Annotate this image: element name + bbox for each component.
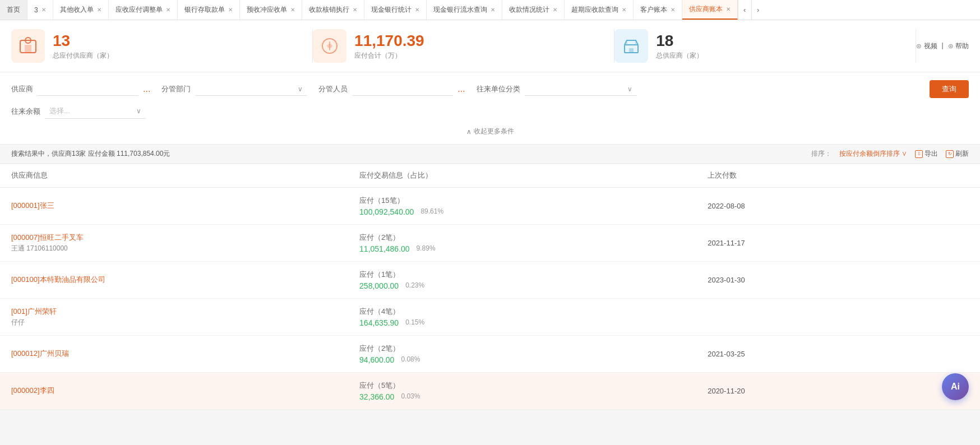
sort-value[interactable]: 按应付余额倒序排序 ∨ — [839, 149, 907, 159]
amount-1[interactable]: 11,051,486.00 — [359, 244, 410, 253]
video-link[interactable]: ⊙ 视频 — [916, 41, 937, 51]
nav-tab-prepay[interactable]: 预收冲应收单 ✕ — [240, 0, 302, 20]
supplier-link-2[interactable]: [000100]本特勤油品有限公司 — [11, 275, 359, 285]
supplier-sub-1: 王通 17106110000 — [11, 244, 359, 253]
results-bar: 搜索结果中，供应商13家 应付金额 111,703,854.00元 排序： 按应… — [0, 145, 980, 164]
supplier-info-2: [000100]本特勤油品有限公司 — [11, 275, 359, 286]
refresh-icon: ↻ — [946, 150, 954, 158]
filter-area: 供应商 ... 分管部门 ∨ 分管人员 ... 往来单位分类 ∨ 查询 往来 — [0, 72, 980, 145]
last-pay-4: 2021-03-25 — [708, 350, 969, 358]
link-divider: | — [942, 41, 944, 49]
nav-tab-ar-ap-adjust[interactable]: 应收应付调整单 ✕ — [109, 0, 178, 20]
nav-tab-cash-stats-close[interactable]: ✕ — [415, 7, 419, 13]
nav-tab-cash-flow-label: 现金银行流水查询 — [433, 5, 487, 15]
balance-chevron-down-icon: ∨ — [136, 107, 141, 115]
amount-0[interactable]: 100,092,540.00 — [359, 207, 414, 216]
nav-tab-payment-exec-close[interactable]: ✕ — [353, 7, 357, 13]
nav-tab-home-label: 首页 — [7, 5, 20, 15]
nav-tab-cash-flow[interactable]: 现金银行流水查询 ✕ — [427, 0, 502, 20]
nav-tab-bank-deposit[interactable]: 银行存取款单 ✕ — [178, 0, 240, 20]
export-button[interactable]: ⇩ 导出 — [915, 149, 938, 159]
supplier-filter-dots[interactable]: ... — [143, 84, 150, 94]
store-icon — [614, 29, 648, 63]
person-filter-label: 分管人员 — [318, 84, 348, 94]
supplier-link-4[interactable]: [000012]广州贝瑞 — [11, 349, 359, 359]
nav-tab-supplier-ledger[interactable]: 供应商账本 ✕ — [682, 0, 738, 20]
supplier-info-3: [001]广州荣轩 仔仔 — [11, 307, 359, 327]
nav-tab-payment-stats-label: 收款情况统计 — [509, 5, 549, 15]
nav-tab-other-income[interactable]: 其他收入单 ✕ — [53, 0, 109, 20]
nav-prev-arrow[interactable]: ‹ — [738, 0, 751, 20]
transaction-info-0: 应付（15笔） 100,092,540.00 89.61% — [359, 196, 708, 216]
payable-suppliers-count: 13 — [53, 31, 113, 50]
nav-tab-overdue[interactable]: 超期应收款查询 ✕ — [565, 0, 634, 20]
nav-tab-overdue-label: 超期应收款查询 — [571, 5, 618, 15]
person-filter-dots[interactable]: ... — [457, 84, 465, 94]
amount-3[interactable]: 164,635.90 — [359, 318, 399, 327]
person-filter-input[interactable] — [352, 82, 453, 96]
filter-person: 分管人员 ... — [318, 82, 465, 96]
query-button[interactable]: 查询 — [930, 80, 969, 98]
filter-balance: 往来余额 选择... ∨ — [11, 104, 146, 119]
nav-tab-3-close[interactable]: ✕ — [41, 7, 46, 13]
nav-tab-payment-stats-close[interactable]: ✕ — [553, 7, 557, 13]
dept-filter-select[interactable]: ∨ — [195, 83, 307, 96]
amount-4[interactable]: 94,600.00 — [359, 355, 394, 364]
nav-tab-cash-flow-close[interactable]: ✕ — [491, 7, 495, 13]
table-row: [000007]恒旺二手叉车 王通 17106110000 应付（2笔） 11,… — [0, 225, 980, 262]
category-filter-select[interactable]: ∨ — [525, 83, 637, 96]
results-info: 搜索结果中，供应商13家 应付金额 111,703,854.00元 — [11, 149, 170, 159]
help-link[interactable]: ⊙ 帮助 — [948, 41, 969, 51]
nav-next-arrow[interactable]: › — [751, 0, 765, 20]
supplier-link-1[interactable]: [000007]恒旺二手叉车 — [11, 233, 359, 243]
refresh-label: 刷新 — [955, 149, 969, 159]
nav-tab-payment-exec[interactable]: 收款核销执行 ✕ — [302, 0, 364, 20]
filter-category: 往来单位分类 ∨ — [477, 83, 637, 96]
summary-card-total-suppliers: 18 总供应商（家） — [614, 29, 916, 63]
supplier-info-0: [000001]张三 — [11, 201, 359, 212]
percentage-3: 0.15% — [405, 318, 424, 326]
nav-tab-customer-ledger[interactable]: 客户账本 ✕ — [634, 0, 682, 20]
table-row: [000001]张三 应付（15笔） 100,092,540.00 89.61%… — [0, 188, 980, 225]
supplier-link-3[interactable]: [001]广州荣轩 — [11, 307, 359, 317]
transaction-info-4: 应付（2笔） 94,600.00 0.08% — [359, 344, 708, 364]
filter-row-1: 供应商 ... 分管部门 ∨ 分管人员 ... 往来单位分类 ∨ 查询 — [11, 80, 969, 98]
export-label: 导出 — [924, 149, 938, 159]
balance-filter-select[interactable]: 选择... ∨ — [45, 104, 146, 119]
sort-value-text: 按应付余额倒序排序 — [839, 150, 900, 157]
nav-tab-other-income-close[interactable]: ✕ — [97, 7, 101, 13]
nav-tab-3[interactable]: 3 ✕ — [27, 0, 53, 20]
nav-tab-supplier-ledger-close[interactable]: ✕ — [726, 6, 731, 12]
nav-tab-supplier-ledger-label: 供应商账本 — [689, 4, 723, 14]
nav-tab-bank-deposit-label: 银行存取款单 — [184, 5, 225, 15]
nav-tab-customer-ledger-close[interactable]: ✕ — [671, 7, 675, 13]
nav-tab-cash-stats[interactable]: 现金银行统计 ✕ — [364, 0, 427, 20]
nav-tab-prepay-close[interactable]: ✕ — [290, 7, 295, 13]
collapse-button[interactable]: ∧ 收起更多条件 — [11, 124, 969, 138]
payable-label-0: 应付（15笔） — [359, 196, 708, 206]
summary-card-total-payable: 11,170.39 应付合计（万） — [313, 29, 614, 63]
amount-5[interactable]: 32,366.00 — [359, 392, 394, 401]
ai-assistant-button[interactable]: Ai — [942, 373, 969, 400]
last-pay-5: 2020-11-20 — [708, 387, 969, 395]
balance-filter-label: 往来余额 — [11, 106, 40, 117]
total-payable-label: 应付合计（万） — [354, 51, 424, 61]
supplier-link-5[interactable]: [000002]李四 — [11, 386, 359, 396]
nav-tab-prepay-label: 预收冲应收单 — [247, 5, 287, 15]
total-suppliers-count: 18 — [656, 31, 703, 50]
nav-tab-home[interactable]: 首页 — [0, 0, 27, 20]
collapse-icon: ∧ — [466, 128, 471, 136]
nav-tab-overdue-close[interactable]: ✕ — [622, 7, 626, 13]
refresh-button[interactable]: ↻ 刷新 — [946, 149, 969, 159]
nav-tab-payment-stats[interactable]: 收款情况统计 ✕ — [502, 0, 565, 20]
total-payable-amount: 11,170.39 — [354, 31, 424, 50]
col-header-last-pay: 上次付数 — [708, 170, 969, 180]
supplier-filter-input[interactable] — [38, 82, 138, 96]
col-header-supplier: 供应商信息 — [11, 170, 359, 180]
supplier-link-0[interactable]: [000001]张三 — [11, 201, 359, 211]
amount-2[interactable]: 258,000.00 — [359, 281, 399, 290]
transaction-info-5: 应付（5笔） 32,366.00 0.03% — [359, 381, 708, 401]
sort-arrow-icon: ∨ — [902, 150, 907, 157]
nav-tab-ar-ap-adjust-close[interactable]: ✕ — [166, 7, 170, 13]
nav-tab-bank-deposit-close[interactable]: ✕ — [228, 7, 233, 13]
